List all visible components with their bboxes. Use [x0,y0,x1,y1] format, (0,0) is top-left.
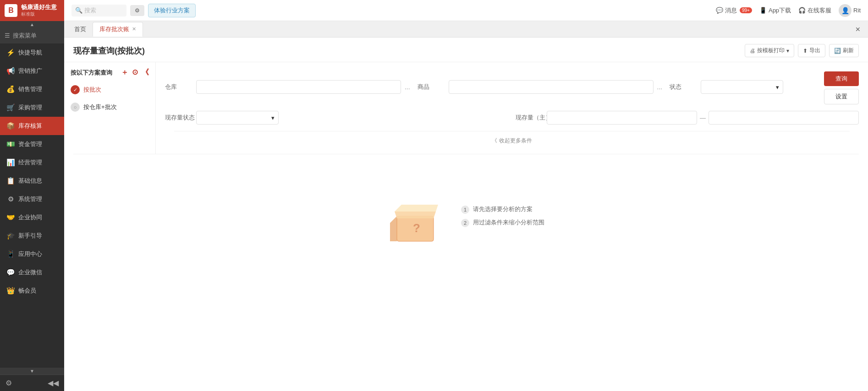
experience-btn[interactable]: 体验行业方案 [148,4,196,17]
online-service-label: 在线客服 [808,6,831,15]
stock-status-select[interactable]: ▾ [196,111,279,125]
topbar-search-box[interactable]: 🔍 搜索 [71,5,126,16]
svg-marker-4 [395,205,438,212]
collapse-filter-btn[interactable]: 《 [142,68,149,77]
batch-icon: ✓ [71,85,80,94]
search-icon: ☰ [5,32,10,39]
inventory-icon: 📦 [6,122,15,130]
product-label: 商品 [418,83,445,91]
sidebar-item-system[interactable]: ⚙ 系统管理 [0,190,64,208]
stock-amount-max[interactable] [709,111,859,125]
svg-marker-3 [395,212,436,218]
filter-item-label: 按仓库+批次 [83,103,117,111]
status-label: 状态 [670,83,697,91]
stock-amount-min[interactable] [547,111,697,125]
stock-amount-label: 现存量（主） [516,114,543,122]
tab-home-label: 首页 [74,25,86,33]
refresh-btn[interactable]: 🔄 刷新 [829,44,859,57]
query-btn[interactable]: 查询 [824,71,859,86]
sidebar-item-membership[interactable]: 👑 畅会员 [0,282,64,300]
sidebar-item-newbie[interactable]: 🎓 新手引导 [0,227,64,245]
sidebar-item-label: 资金管理 [18,140,42,148]
sidebar-item-operations[interactable]: 📊 经营管理 [0,153,64,172]
page-actions: 🖨 按模板打印 ▾ ⬆ 导出 🔄 刷新 [745,44,859,57]
filter-item-by-batch[interactable]: ✓ 按批次 [64,81,155,98]
user-profile[interactable]: 👤 Rit [839,4,861,17]
main-area: 🔍 搜索 ⚙ 体验行业方案 💬 消息 99+ 📱 App下载 🎧 在线客服 [64,0,868,391]
sidebar-item-app-center[interactable]: 📱 应用中心 [0,245,64,263]
tabbar: 首页 库存批次账 ✕ ✕ [64,21,868,38]
topbar-search-text: 搜索 [84,6,96,15]
product-more-btn[interactable]: ... [657,83,663,91]
warehouse-more-btn[interactable]: ... [405,83,410,91]
system-icon: ⚙ [6,195,15,203]
tab-close-btn[interactable]: ✕ [132,26,136,32]
purchase-icon: 🛒 [6,103,15,112]
export-btn[interactable]: ⬆ 导出 [798,44,825,57]
sidebar-item-basic-info[interactable]: 📋 基础信息 [0,172,64,190]
collapse-sidebar-icon[interactable]: ◀◀ [48,379,59,387]
filter-sidebar-header: 按以下方案查询 ＋ ⊙ 《 [64,68,155,81]
sidebar-item-label: 库存核算 [18,122,42,130]
topbar-settings-btn[interactable]: ⚙ [130,5,144,16]
add-scheme-btn[interactable]: ＋ [121,68,128,77]
sidebar-item-quick-nav[interactable]: ⚡ 快捷导航 [0,43,64,62]
print-label: 按模板打印 [757,47,785,54]
chevron-down-icon: ▾ [786,48,789,54]
messages-badge: 99+ [740,7,752,13]
chevron-up-icon: 《 [492,137,497,145]
messages-btn[interactable]: 💬 消息 99+ [716,6,752,15]
settings-bottom-icon[interactable]: ⚙ [5,379,12,387]
phone-icon: 📱 [759,7,767,14]
newbie-icon: 🎓 [6,232,15,240]
scroll-up-btn[interactable]: ▲ [0,21,64,28]
filter-row-2: 现存量状态 ▾ 现存量（主） — [165,111,859,125]
tab-home[interactable]: 首页 [68,22,93,36]
topbar-search-icon: 🔍 [75,7,82,14]
sidebar-item-inventory[interactable]: 📦 库存核算 [0,117,64,135]
range-dash: — [700,114,706,121]
print-btn[interactable]: 🖨 按模板打印 ▾ [745,44,794,57]
settings-btn[interactable]: 设置 [824,89,859,104]
warehouse-input[interactable] [196,80,401,94]
sidebar-item-label: 企业微信 [18,268,42,277]
scheme-settings-btn[interactable]: ⊙ [132,68,138,77]
sidebar-item-label: 应用中心 [18,250,42,258]
empty-text: 1 请先选择要分析的方案 2 用过滤条件来缩小分析范围 [461,205,544,232]
topbar-left: 🔍 搜索 ⚙ 体验行业方案 [71,4,196,17]
sidebar-item-label: 企业协同 [18,213,42,222]
sidebar-search[interactable]: ☰ 搜索菜单 [0,28,64,43]
export-icon: ⬆ [803,48,808,54]
sidebar-item-marketing[interactable]: 📢 营销推广 [0,62,64,80]
sidebar-item-label: 基础信息 [18,177,42,185]
page-title: 现存量查询(按批次) [73,45,145,56]
chevron-down-icon: ▾ [776,84,779,91]
sidebar-item-cooperation[interactable]: 🤝 企业协同 [0,208,64,227]
sidebar-item-sales[interactable]: 💰 销售管理 [0,80,64,98]
status-select[interactable]: ▾ [701,80,783,94]
sidebar-item-finance[interactable]: 💵 资金管理 [0,135,64,153]
panel-close-btn[interactable]: ✕ [852,23,864,36]
sidebar-item-label: 营销推广 [18,67,42,75]
sidebar-item-label: 销售管理 [18,85,42,93]
tab-inventory-batch[interactable]: 库存批次账 ✕ [93,22,143,37]
divider [174,131,850,131]
export-label: 导出 [809,47,820,54]
user-name: Rit [853,7,861,14]
filter-item-by-warehouse-batch[interactable]: ○ 按仓库+批次 [64,98,155,116]
stock-status-field: 现存量状态 ▾ [165,111,508,125]
stock-status-label: 现存量状态 [165,114,192,122]
step-num-2: 2 [461,219,469,227]
headset-icon: 🎧 [798,7,806,14]
scroll-down-btn[interactable]: ▼ [0,368,64,375]
quick-nav-icon: ⚡ [6,49,15,57]
sidebar-item-purchase[interactable]: 🛒 采购管理 [0,98,64,117]
collapse-btn[interactable]: 《 收起更多条件 [165,135,859,147]
sidebar-item-wechat[interactable]: 💬 企业微信 [0,263,64,282]
gear-icon: ⚙ [135,7,140,14]
app-download-btn[interactable]: 📱 App下载 [759,6,791,15]
sidebar-company: 畅康通好生意 [21,4,57,11]
filter-item-label: 按批次 [83,86,101,94]
product-input[interactable] [449,80,654,94]
online-service-btn[interactable]: 🎧 在线客服 [798,6,831,15]
